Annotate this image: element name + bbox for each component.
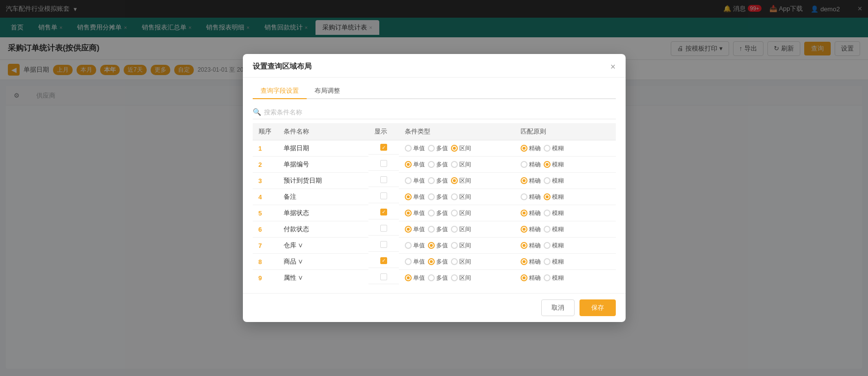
radio-match-fuzzy[interactable]: 模糊 bbox=[544, 225, 564, 234]
conditions-table-scroll: 顺序 条件名称 显示 条件类型 匹配原则 1单据日期✓单值多值区间精确模糊2单据… bbox=[253, 123, 616, 285]
row-match: 精确模糊 bbox=[515, 238, 616, 254]
row-show-checkbox[interactable] bbox=[368, 189, 399, 203]
radio-type-multi[interactable]: 多值 bbox=[428, 242, 448, 250]
table-header-row: 顺序 条件名称 显示 条件类型 匹配原则 bbox=[253, 123, 616, 140]
table-row: 6付款状态单值多值区间精确模糊 bbox=[253, 221, 616, 238]
conditions-table: 顺序 条件名称 显示 条件类型 匹配原则 1单据日期✓单值多值区间精确模糊2单据… bbox=[253, 123, 616, 285]
radio-match-exact[interactable]: 精确 bbox=[521, 242, 541, 250]
radio-type-range[interactable]: 区间 bbox=[451, 161, 471, 169]
row-show-checkbox[interactable] bbox=[368, 173, 399, 187]
tab-query-fields[interactable]: 查询字段设置 bbox=[253, 83, 307, 99]
radio-type-multi[interactable]: 多值 bbox=[428, 274, 448, 282]
row-order: 8 bbox=[253, 254, 278, 270]
radio-match-exact[interactable]: 精确 bbox=[521, 225, 541, 234]
table-row: 9属性 ∨单值多值区间精确模糊 bbox=[253, 270, 616, 286]
row-type: 单值多值区间 bbox=[399, 221, 515, 238]
radio-match-fuzzy[interactable]: 模糊 bbox=[544, 242, 564, 250]
radio-type-multi[interactable]: 多值 bbox=[428, 177, 448, 185]
row-match: 精确模糊 bbox=[515, 221, 616, 238]
radio-match-exact[interactable]: 精确 bbox=[521, 274, 541, 282]
radio-match-fuzzy[interactable]: 模糊 bbox=[544, 193, 564, 201]
table-row: 1单据日期✓单值多值区间精确模糊 bbox=[253, 140, 616, 157]
row-match: 精确模糊 bbox=[515, 270, 616, 286]
radio-match-fuzzy[interactable]: 模糊 bbox=[544, 144, 564, 153]
radio-type-range[interactable]: 区间 bbox=[451, 209, 471, 217]
row-show-checkbox[interactable]: ✓ bbox=[368, 254, 399, 268]
radio-type-multi[interactable]: 多值 bbox=[428, 209, 448, 217]
row-match: 精确模糊 bbox=[515, 140, 616, 157]
radio-match-exact[interactable]: 精确 bbox=[521, 193, 541, 201]
search-bar: 🔍 bbox=[253, 105, 616, 119]
row-name: 单据状态 bbox=[278, 205, 368, 221]
settings-dialog: 设置查询区域布局 × 查询字段设置 布局调整 🔍 bbox=[243, 54, 626, 322]
radio-match-fuzzy[interactable]: 模糊 bbox=[544, 274, 564, 282]
radio-type-single[interactable]: 单值 bbox=[405, 209, 425, 217]
radio-match-fuzzy[interactable]: 模糊 bbox=[544, 209, 564, 217]
dialog-footer: 取消 保存 bbox=[243, 293, 626, 322]
table-row: 7仓库 ∨单值多值区间精确模糊 bbox=[253, 238, 616, 254]
radio-type-multi[interactable]: 多值 bbox=[428, 258, 448, 266]
radio-match-fuzzy[interactable]: 模糊 bbox=[544, 258, 564, 266]
row-name: 备注 bbox=[278, 189, 368, 205]
modal-overlay: 设置查询区域布局 × 查询字段设置 布局调整 🔍 bbox=[0, 0, 868, 375]
table-row: 4备注单值多值区间精确模糊 bbox=[253, 189, 616, 205]
row-name: 付款状态 bbox=[278, 221, 368, 238]
radio-type-single[interactable]: 单值 bbox=[405, 258, 425, 266]
row-type: 单值多值区间 bbox=[399, 270, 515, 286]
radio-match-exact[interactable]: 精确 bbox=[521, 177, 541, 185]
cancel-button[interactable]: 取消 bbox=[541, 299, 575, 316]
radio-match-exact[interactable]: 精确 bbox=[521, 144, 541, 153]
col-header-order: 顺序 bbox=[253, 123, 278, 140]
radio-type-single[interactable]: 单值 bbox=[405, 225, 425, 234]
row-type: 单值多值区间 bbox=[399, 140, 515, 157]
row-match: 精确模糊 bbox=[515, 173, 616, 189]
radio-type-multi[interactable]: 多值 bbox=[428, 193, 448, 201]
row-order: 2 bbox=[253, 157, 278, 173]
radio-type-single[interactable]: 单值 bbox=[405, 193, 425, 201]
save-button[interactable]: 保存 bbox=[579, 299, 616, 316]
radio-type-multi[interactable]: 多值 bbox=[428, 161, 448, 169]
row-name: 单据编号 bbox=[278, 157, 368, 173]
row-order: 9 bbox=[253, 270, 278, 286]
radio-type-range[interactable]: 区间 bbox=[451, 258, 471, 266]
radio-match-exact[interactable]: 精确 bbox=[521, 209, 541, 217]
radio-type-multi[interactable]: 多值 bbox=[428, 144, 448, 153]
search-input[interactable] bbox=[264, 108, 362, 116]
row-show-checkbox[interactable] bbox=[368, 221, 399, 236]
radio-type-multi[interactable]: 多值 bbox=[428, 225, 448, 234]
radio-type-single[interactable]: 单值 bbox=[405, 144, 425, 153]
row-order: 1 bbox=[253, 140, 278, 157]
row-show-checkbox[interactable] bbox=[368, 270, 399, 284]
row-show-checkbox[interactable] bbox=[368, 157, 399, 171]
radio-match-exact[interactable]: 精确 bbox=[521, 258, 541, 266]
row-show-checkbox[interactable]: ✓ bbox=[368, 205, 399, 219]
row-order: 4 bbox=[253, 189, 278, 205]
radio-type-single[interactable]: 单值 bbox=[405, 177, 425, 185]
radio-type-range[interactable]: 区间 bbox=[451, 242, 471, 250]
radio-type-range[interactable]: 区间 bbox=[451, 177, 471, 185]
dialog-title: 设置查询区域布局 bbox=[253, 62, 312, 71]
radio-match-exact[interactable]: 精确 bbox=[521, 161, 541, 169]
radio-type-range[interactable]: 区间 bbox=[451, 274, 471, 282]
dialog-close-button[interactable]: × bbox=[610, 62, 616, 71]
row-order: 3 bbox=[253, 173, 278, 189]
tab-layout[interactable]: 布局调整 bbox=[307, 83, 348, 99]
col-header-name: 条件名称 bbox=[278, 123, 368, 140]
dialog-body: 查询字段设置 布局调整 🔍 顺序 条件名称 显示 bbox=[243, 78, 626, 293]
radio-type-range[interactable]: 区间 bbox=[451, 144, 471, 153]
row-type: 单值多值区间 bbox=[399, 205, 515, 221]
radio-type-range[interactable]: 区间 bbox=[451, 193, 471, 201]
row-show-checkbox[interactable] bbox=[368, 238, 399, 252]
col-header-type: 条件类型 bbox=[399, 123, 515, 140]
row-name: 商品 ∨ bbox=[278, 254, 368, 270]
table-row: 8商品 ∨✓单值多值区间精确模糊 bbox=[253, 254, 616, 270]
row-show-checkbox[interactable]: ✓ bbox=[368, 140, 399, 155]
radio-type-single[interactable]: 单值 bbox=[405, 274, 425, 282]
radio-match-fuzzy[interactable]: 模糊 bbox=[544, 161, 564, 169]
row-name: 预计到货日期 bbox=[278, 173, 368, 189]
radio-type-range[interactable]: 区间 bbox=[451, 225, 471, 234]
row-type: 单值多值区间 bbox=[399, 238, 515, 254]
radio-match-fuzzy[interactable]: 模糊 bbox=[544, 177, 564, 185]
radio-type-single[interactable]: 单值 bbox=[405, 242, 425, 250]
radio-type-single[interactable]: 单值 bbox=[405, 161, 425, 169]
